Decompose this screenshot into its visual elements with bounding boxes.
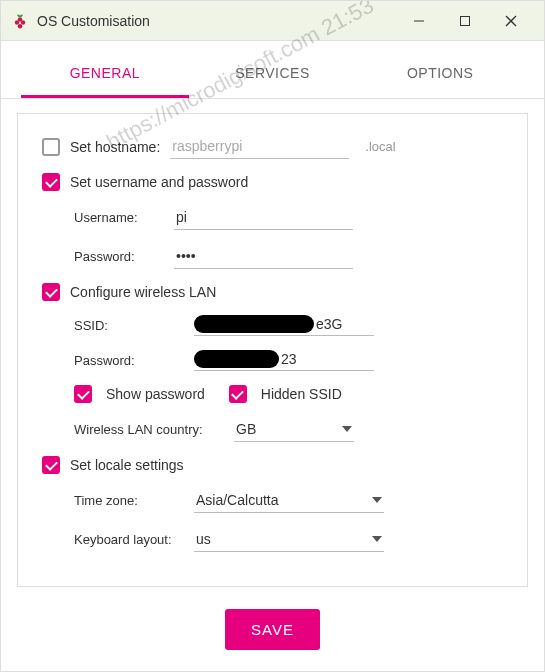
hostname-suffix: .local [365,139,395,154]
ssid-input[interactable]: e3G [194,315,374,336]
save-button[interactable]: SAVE [225,609,320,650]
minimize-button[interactable] [396,5,442,37]
hostname-input[interactable] [170,134,349,159]
password-input[interactable] [174,244,353,269]
close-button[interactable] [488,5,534,37]
general-panel: Set hostname: .local Set username and pa… [17,113,528,587]
wifi-password-label: Password: [74,353,184,368]
password-label: Password: [74,249,164,264]
tab-bar: GENERAL SERVICES OPTIONS [1,51,544,99]
wifi-country-value: GB [236,421,256,437]
wifi-label: Configure wireless LAN [70,284,216,300]
tab-services[interactable]: SERVICES [189,51,357,98]
wifi-password-input[interactable]: 23 [194,350,374,371]
show-password-label: Show password [106,386,205,402]
svg-point-2 [18,24,23,29]
timezone-select[interactable]: Asia/Calcutta [194,488,384,513]
hostname-label: Set hostname: [70,139,160,155]
ssid-suffix: e3G [316,316,342,332]
wifi-checkbox[interactable] [42,283,60,301]
svg-point-3 [18,17,23,22]
locale-label: Set locale settings [70,457,184,473]
timezone-value: Asia/Calcutta [196,492,278,508]
raspberry-pi-icon [11,12,29,30]
show-password-checkbox[interactable] [74,385,92,403]
wifi-country-select[interactable]: GB [234,417,354,442]
maximize-button[interactable] [442,5,488,37]
hostname-checkbox[interactable] [42,138,60,156]
userpass-label: Set username and password [70,174,248,190]
username-input[interactable] [174,205,353,230]
keyboard-select[interactable]: us [194,527,384,552]
chevron-down-icon [342,426,352,432]
username-label: Username: [74,210,164,225]
wifi-password-suffix: 23 [281,351,297,367]
hidden-ssid-label: Hidden SSID [261,386,342,402]
ssid-redacted [194,315,314,333]
footer: SAVE [1,597,544,662]
wifi-country-label: Wireless LAN country: [74,422,224,437]
ssid-label: SSID: [74,318,184,333]
chevron-down-icon [372,497,382,503]
wifi-password-redacted [194,350,279,368]
keyboard-label: Keyboard layout: [74,532,184,547]
tab-general[interactable]: GENERAL [21,51,189,98]
svg-rect-5 [461,16,470,25]
hidden-ssid-checkbox[interactable] [229,385,247,403]
window-title: OS Customisation [37,13,396,29]
titlebar: OS Customisation [1,1,544,41]
tab-options[interactable]: OPTIONS [356,51,524,98]
timezone-label: Time zone: [74,493,184,508]
locale-checkbox[interactable] [42,456,60,474]
userpass-checkbox[interactable] [42,173,60,191]
chevron-down-icon [372,536,382,542]
keyboard-value: us [196,531,211,547]
